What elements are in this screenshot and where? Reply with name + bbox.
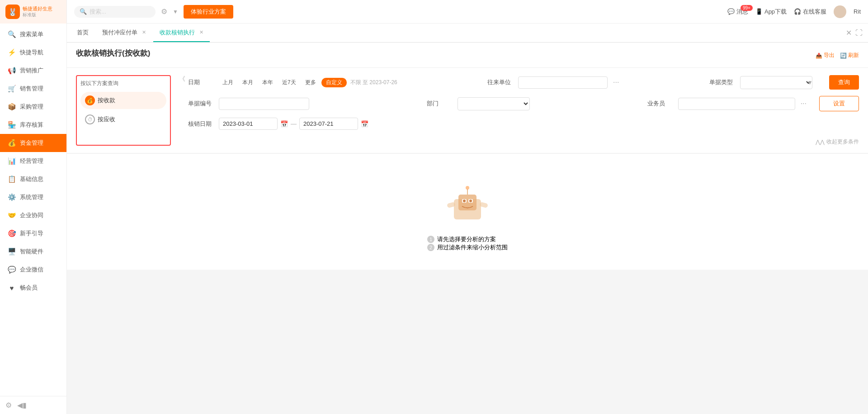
sidebar-item-label: 智能硬件 bbox=[20, 247, 43, 256]
sidebar-item-inventory[interactable]: 🏪库存核算 bbox=[0, 116, 66, 134]
date-btn-custom[interactable]: 自定义 bbox=[321, 78, 347, 87]
export-button[interactable]: 📤 导出 bbox=[816, 52, 835, 59]
hardware-icon: 🖥️ bbox=[7, 247, 16, 256]
sidebar-item-search[interactable]: 🔍搜索菜单 bbox=[0, 25, 66, 43]
doc-type-label: 单据类型 bbox=[709, 78, 735, 86]
sidebar-item-label: 畅会员 bbox=[20, 284, 38, 292]
sidebar-item-guide[interactable]: 🎯新手引导 bbox=[0, 224, 66, 243]
sidebar-item-label: 经营管理 bbox=[20, 157, 43, 165]
setting-button[interactable]: 设置 bbox=[819, 96, 859, 111]
writeoff-start-date[interactable] bbox=[219, 118, 278, 130]
sidebar-item-finance[interactable]: 💰资金管理 bbox=[0, 134, 66, 152]
tab-writeoff-close[interactable]: ✕ bbox=[199, 29, 203, 35]
date-btn-last-month[interactable]: 上月 bbox=[219, 78, 237, 87]
staff-input[interactable] bbox=[678, 98, 795, 110]
settings-icon[interactable]: ⚙ bbox=[5, 401, 12, 409]
message-icon: 💬 bbox=[727, 8, 735, 15]
partner-more-icon[interactable]: ··· bbox=[613, 78, 619, 86]
sidebar-item-system[interactable]: ⚙️系统管理 bbox=[0, 188, 66, 206]
writeoff-end-date[interactable] bbox=[299, 118, 358, 130]
end-cal-icon[interactable]: 📅 bbox=[361, 120, 368, 128]
sidebar-item-enterprise[interactable]: 🤝企业协同 bbox=[0, 206, 66, 224]
sidebar-item-label: 新手引导 bbox=[20, 229, 43, 238]
search-icon: 🔍 bbox=[80, 8, 87, 15]
user-avatar[interactable] bbox=[834, 5, 846, 18]
query-button[interactable]: 查询 bbox=[829, 75, 859, 90]
filter-option-receipt[interactable]: 💰 按收款 bbox=[80, 92, 166, 109]
tab-prepay-close[interactable]: ✕ bbox=[142, 29, 146, 35]
sidebar-item-label: 快捷导航 bbox=[20, 48, 43, 57]
sidebar-item-management[interactable]: 📊经营管理 bbox=[0, 152, 66, 170]
filter-scheme-panel: 按以下方案查询 💰 按收款 ⏱ 按应收 bbox=[76, 75, 171, 146]
logo-icon: 🐰 bbox=[5, 5, 20, 19]
online-service-button[interactable]: 🎧 在线客服 bbox=[794, 8, 826, 16]
tab-prepay[interactable]: 预付冲应付单 ✕ bbox=[96, 24, 152, 42]
filter-receipt-label: 按收款 bbox=[98, 96, 115, 105]
filter-actions: 查询 bbox=[826, 75, 859, 90]
start-cal-icon[interactable]: 📅 bbox=[280, 120, 288, 128]
member-icon: ♥ bbox=[7, 283, 16, 292]
sidebar-item-label: 资金管理 bbox=[20, 139, 43, 147]
doc-no-input[interactable] bbox=[219, 98, 309, 110]
partner-label: 往来单位 bbox=[487, 78, 513, 86]
refresh-button[interactable]: 🔄 刷新 bbox=[840, 52, 859, 59]
chevron-down-icon[interactable]: ▼ bbox=[173, 9, 178, 15]
svg-point-4 bbox=[463, 200, 466, 202]
wechat-icon: 💬 bbox=[7, 265, 16, 274]
filter-option-receivable[interactable]: ⏱ 按应收 bbox=[80, 111, 166, 128]
sidebar-item-member[interactable]: ♥畅会员 bbox=[0, 279, 66, 297]
export-icon: 📤 bbox=[816, 52, 822, 59]
date-btn-this-month[interactable]: 本月 bbox=[239, 78, 257, 87]
sidebar-item-basic[interactable]: 📋基础信息 bbox=[0, 170, 66, 188]
message-button[interactable]: 💬 消息 99+ bbox=[727, 8, 748, 16]
filter-row-1: 日期 上月 本月 本年 近7天 更多 自定义 不限 至 2023-07-26 往… bbox=[188, 75, 859, 90]
collapse-icon[interactable]: ◀▮ bbox=[17, 401, 27, 409]
refresh-icon: 🔄 bbox=[840, 52, 847, 59]
sidebar-item-quicknav[interactable]: ⚡快捷导航 bbox=[0, 43, 66, 62]
maximize-icon[interactable]: ⛶ bbox=[855, 29, 863, 37]
search-placeholder: 搜索... bbox=[90, 8, 106, 16]
tab-home[interactable]: 首页 bbox=[71, 24, 95, 42]
gear-icon[interactable]: ⚙ bbox=[161, 7, 167, 16]
sidebar-item-label: 系统管理 bbox=[20, 193, 43, 201]
sidebar-item-hardware[interactable]: 🖥️智能硬件 bbox=[0, 243, 66, 261]
date-quick-btns: 上月 本月 本年 近7天 更多 自定义 不限 至 2023-07-26 bbox=[219, 78, 397, 87]
dept-select[interactable] bbox=[458, 97, 530, 110]
tab-writeoff[interactable]: 收款核销执行 ✕ bbox=[153, 24, 210, 42]
date-btn-7days[interactable]: 近7天 bbox=[278, 78, 300, 87]
topbar: 🔍 搜索... ⚙ ▼ 体验行业方案 💬 消息 99+ 📱 App下载 🎧 在线… bbox=[67, 0, 868, 24]
filter-row-2: 单据编号 部门 业务员 ··· 设置 bbox=[188, 96, 859, 111]
date-btn-this-year[interactable]: 本年 bbox=[259, 78, 277, 87]
tip-text-2: 用过滤条件来缩小分析范围 bbox=[437, 243, 508, 252]
filter-receivable-label: 按应收 bbox=[98, 115, 115, 124]
username-label: Rit bbox=[854, 8, 861, 15]
empty-state: 1 请先选择要分析的方案 2 用过滤条件来缩小分析范围 bbox=[67, 154, 868, 270]
collapse-more-button[interactable]: ⋀⋀ 收起更多条件 bbox=[188, 136, 859, 146]
partner-input[interactable] bbox=[518, 76, 608, 89]
main-area: 🔍 搜索... ⚙ ▼ 体验行业方案 💬 消息 99+ 📱 App下载 🎧 在线… bbox=[67, 0, 868, 414]
collapse-panel-button[interactable]: 《 bbox=[179, 75, 185, 146]
tip-num-1: 1 bbox=[427, 236, 434, 243]
sidebar-item-sales[interactable]: 🛒销售管理 bbox=[0, 80, 66, 98]
topbar-right: 💬 消息 99+ 📱 App下载 🎧 在线客服 Rit bbox=[727, 5, 861, 18]
sidebar-item-marketing[interactable]: 📢营销推广 bbox=[0, 62, 66, 80]
search-icon: 🔍 bbox=[7, 30, 16, 39]
sales-icon: 🛒 bbox=[7, 84, 16, 93]
app-download-button[interactable]: 📱 App下载 bbox=[755, 8, 787, 16]
receipt-icon: 💰 bbox=[85, 95, 95, 105]
dept-label: 部门 bbox=[427, 100, 452, 108]
search-input[interactable]: 🔍 搜索... bbox=[74, 6, 156, 18]
sidebar-bottom: ⚙ ◀▮ bbox=[0, 396, 66, 414]
close-window-icon[interactable]: ✕ bbox=[846, 29, 852, 37]
tab-writeoff-label: 收款核销执行 bbox=[160, 29, 195, 37]
solution-button[interactable]: 体验行业方案 bbox=[184, 5, 233, 19]
range-dash: — bbox=[291, 120, 297, 127]
sidebar-item-purchase[interactable]: 📦采购管理 bbox=[0, 98, 66, 116]
sidebar-item-label: 库存核算 bbox=[20, 121, 43, 129]
doc-type-select[interactable] bbox=[740, 76, 812, 89]
date-btn-more[interactable]: 更多 bbox=[302, 78, 320, 87]
sidebar-item-wechat[interactable]: 💬企业微信 bbox=[0, 261, 66, 279]
staff-more-icon[interactable]: ··· bbox=[801, 100, 807, 108]
empty-tips: 1 请先选择要分析的方案 2 用过滤条件来缩小分析范围 bbox=[427, 235, 508, 252]
filter-area: 按以下方案查询 💰 按收款 ⏱ 按应收 《 日期 上月 bbox=[67, 68, 868, 153]
